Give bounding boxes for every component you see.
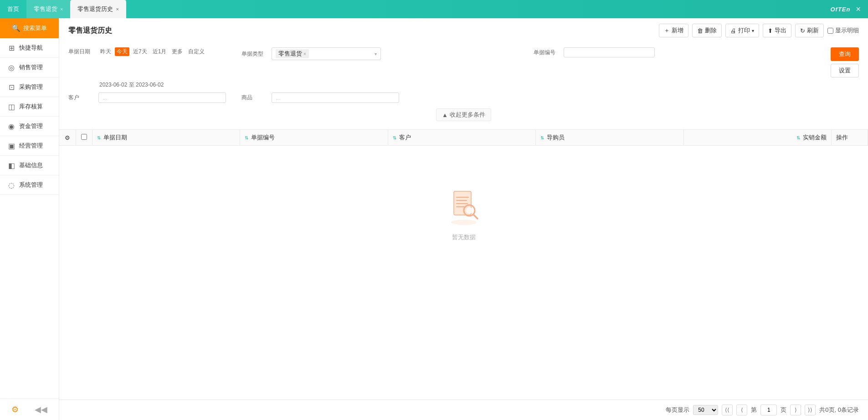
page-size-select[interactable]: 50 20 100	[693, 405, 718, 415]
sidebar-item-system-mgmt-label: 系统管理	[19, 181, 43, 189]
window-close-icon[interactable]: ×	[856, 5, 861, 14]
sidebar-item-basic-info[interactable]: ◧ 基础信息	[0, 156, 59, 175]
export-icon: ⬆	[768, 27, 773, 34]
next-page-button[interactable]: ⟩	[790, 405, 801, 415]
sidebar-bottom: ⚙ ◀◀	[0, 399, 59, 420]
date-opt-7days[interactable]: 近7天	[131, 47, 149, 56]
sidebar-item-purchase-mgmt[interactable]: ⊡ 采购管理	[0, 77, 59, 97]
sidebar-item-quick-nav-label: 快捷导航	[19, 44, 43, 52]
search-icon: 🔍	[12, 24, 21, 32]
customer-col-header[interactable]: ⇅ 客户	[388, 130, 536, 146]
toolbar: ＋ 新增 🗑 删除 🖨 打印 ▾ ⬆ 导出	[659, 24, 859, 37]
voucher-no-col-label: 单据编号	[251, 134, 275, 141]
query-setting-col: 查询 设置	[825, 47, 859, 77]
date-opt-more[interactable]: 更多	[170, 47, 185, 56]
sidebar-item-quick-nav[interactable]: ⊞ 快捷导航	[0, 38, 59, 58]
sidebar-item-basic-info-label: 基础信息	[19, 161, 43, 169]
delete-button[interactable]: 🗑 删除	[692, 24, 722, 37]
quick-nav-icon: ⊞	[7, 44, 15, 52]
brand-label: OfTEn	[830, 6, 850, 13]
first-page-button[interactable]: ⟨⟨	[722, 405, 733, 415]
tab-retail-return-close-icon[interactable]: ×	[60, 6, 63, 12]
show-detail-label: 显示明细	[835, 26, 859, 35]
page-header: 零售退货历史 ＋ 新增 🗑 删除 🖨 打印 ▾	[59, 18, 868, 130]
sidebar-item-finance[interactable]: ◉ 资金管理	[0, 117, 59, 136]
date-col-label: 单据日期	[103, 134, 127, 141]
date-opt-yesterday[interactable]: 昨天	[98, 47, 113, 56]
page-number-input[interactable]	[760, 405, 777, 415]
refresh-icon: ↻	[800, 27, 805, 34]
collapse-button[interactable]: ▲ 收起更多条件	[436, 108, 491, 121]
tab-list: 首页 零售退货 × 零售退货历史 ×	[0, 0, 830, 18]
customer-col-label: 客户	[399, 134, 411, 141]
select-all-checkbox[interactable]	[81, 134, 87, 140]
customer-filter-label: 客户	[68, 94, 96, 102]
goods-placeholder: ...	[276, 94, 281, 101]
date-opt-today[interactable]: 今天	[115, 47, 129, 56]
tab-retail-return-label: 零售退货	[34, 5, 57, 13]
delete-label: 删除	[705, 26, 717, 35]
basic-info-icon: ◧	[7, 161, 15, 169]
sidebar-item-system-mgmt[interactable]: ◌ 系统管理	[0, 175, 59, 195]
content-main: ⚙ ⇅ 单据日期 ⇅ 单据编号	[59, 130, 868, 420]
new-button[interactable]: ＋ 新增	[659, 24, 688, 37]
svg-point-0	[451, 220, 477, 225]
sidebar-item-inventory[interactable]: ◫ 库存核算	[0, 97, 59, 117]
export-button[interactable]: ⬆ 导出	[763, 24, 791, 37]
export-label: 导出	[775, 26, 786, 35]
new-label: 新增	[672, 26, 683, 35]
tab-retail-return-history[interactable]: 零售退货历史 ×	[70, 0, 126, 18]
settings-gear-icon[interactable]: ⚙	[11, 405, 19, 415]
topbar: 首页 零售退货 × 零售退货历史 × OfTEn ×	[0, 0, 868, 18]
settings-col-header[interactable]: ⚙	[59, 130, 76, 146]
last-page-button[interactable]: ⟩⟩	[805, 405, 816, 415]
guide-col-sort-icon: ⇅	[540, 135, 544, 140]
refresh-button[interactable]: ↻ 刷新	[795, 24, 824, 37]
customer-placeholder: ...	[103, 94, 108, 101]
print-icon: 🖨	[730, 27, 736, 34]
checkbox-col-header	[76, 130, 92, 146]
refresh-label: 刷新	[807, 26, 819, 35]
svg-point-8	[466, 207, 473, 214]
print-button[interactable]: 🖨 打印 ▾	[725, 24, 759, 37]
purchase-icon: ⊡	[7, 83, 15, 91]
setting-button[interactable]: 设置	[831, 64, 859, 77]
show-detail-input[interactable]	[827, 28, 833, 34]
type-filter-select[interactable]: 零售退货 × ▾	[272, 47, 381, 60]
print-label: 打印	[738, 26, 750, 35]
show-detail-checkbox[interactable]: 显示明细	[827, 26, 859, 35]
tab-home[interactable]: 首页	[0, 0, 26, 18]
amount-col-header[interactable]: ⇅ 实销金额	[683, 130, 832, 146]
date-options: 昨天 今天 近7天 近1月 更多 自定义	[98, 47, 206, 56]
guide-col-header[interactable]: ⇅ 导购员	[536, 130, 684, 146]
customer-filter-select[interactable]: ...	[98, 92, 226, 103]
type-select-dropdown-icon: ▾	[375, 51, 377, 56]
table-header-row: ⚙ ⇅ 单据日期 ⇅ 单据编号	[59, 130, 868, 146]
tab-retail-return-history-close-icon[interactable]: ×	[116, 6, 118, 12]
page-title-row: 零售退货历史 ＋ 新增 🗑 删除 🖨 打印 ▾	[68, 24, 859, 37]
goods-filter-select[interactable]: ...	[272, 92, 399, 103]
tab-retail-return[interactable]: 零售退货 ×	[26, 0, 70, 18]
svg-line-9	[473, 215, 478, 219]
search-menu-button[interactable]: 🔍 搜索菜单	[0, 18, 59, 38]
sidebar-item-sales-mgmt[interactable]: ◎ 销售管理	[0, 58, 59, 77]
table-header: ⚙ ⇅ 单据日期 ⇅ 单据编号	[59, 130, 868, 146]
query-button[interactable]: 查询	[831, 47, 859, 61]
sidebar-item-inventory-label: 库存核算	[19, 102, 43, 111]
page-label: 第	[751, 406, 757, 414]
voucher-no-input[interactable]	[564, 47, 655, 57]
date-opt-1month[interactable]: 近1月	[151, 47, 169, 56]
voucher-no-label: 单据编号	[534, 49, 561, 56]
date-col-header[interactable]: ⇅ 单据日期	[92, 130, 240, 146]
sidebar-item-operations[interactable]: ▣ 经营管理	[0, 136, 59, 156]
voucher-no-col-header[interactable]: ⇅ 单据编号	[240, 130, 388, 146]
date-opt-custom[interactable]: 自定义	[186, 47, 206, 56]
type-tag-close[interactable]: ×	[303, 51, 306, 56]
audio-icon[interactable]: ◀◀	[35, 405, 47, 415]
page-suffix: 页	[781, 406, 786, 414]
collapse-label: 收起更多条件	[450, 111, 485, 119]
print-dropdown-icon: ▾	[752, 28, 754, 33]
amount-col-sort-icon: ⇅	[796, 135, 800, 140]
prev-page-button[interactable]: ⟨	[736, 405, 747, 415]
finance-icon: ◉	[7, 122, 15, 130]
